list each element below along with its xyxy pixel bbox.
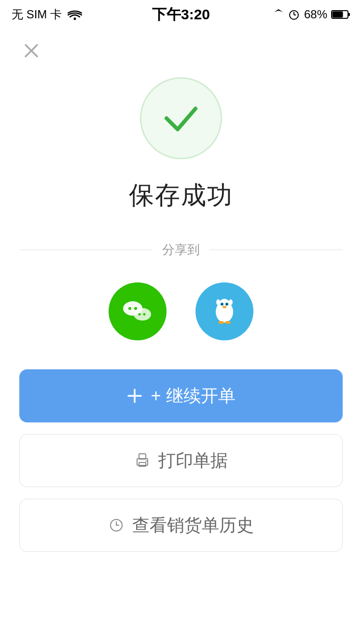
svg-point-22 <box>216 299 220 305</box>
success-icon-circle <box>140 77 222 159</box>
clock-icon <box>108 517 125 533</box>
qq-share-button[interactable] <box>195 282 253 340</box>
wifi-icon <box>67 8 83 21</box>
svg-point-10 <box>134 308 151 321</box>
svg-point-16 <box>219 299 230 311</box>
svg-point-21 <box>223 306 226 308</box>
action-buttons: + 继续开单 打印单据 查看销货单历史 <box>19 369 343 552</box>
checkmark-icon <box>159 97 203 140</box>
status-bar: 无 SIM 卡 下午3:20 68% <box>0 0 362 29</box>
svg-point-31 <box>146 461 147 462</box>
printer-icon <box>134 452 151 469</box>
close-button[interactable] <box>19 39 43 63</box>
print-button[interactable]: 打印单据 <box>19 434 343 487</box>
status-left: 无 SIM 卡 <box>12 7 83 22</box>
svg-point-12 <box>134 307 137 310</box>
wechat-share-button[interactable] <box>109 282 167 340</box>
time-display: 下午3:20 <box>152 5 210 25</box>
wechat-icon <box>120 294 155 329</box>
status-right: 68% <box>273 8 350 21</box>
qq-icon <box>208 294 241 328</box>
share-icons-row <box>109 282 253 340</box>
share-divider: 分享到 <box>19 241 343 258</box>
no-sim-text: 无 SIM 卡 <box>12 7 62 22</box>
svg-point-25 <box>225 321 231 324</box>
svg-point-11 <box>128 307 131 310</box>
battery-icon <box>331 9 350 20</box>
svg-rect-6 <box>333 12 343 18</box>
svg-point-0 <box>74 18 76 20</box>
svg-point-24 <box>218 321 224 324</box>
svg-point-23 <box>229 299 233 305</box>
svg-point-19 <box>221 303 223 305</box>
svg-point-13 <box>139 313 141 316</box>
alarm-icon <box>288 8 300 21</box>
history-button[interactable]: 查看销货单历史 <box>19 499 343 552</box>
success-title: 保存成功 <box>129 179 233 212</box>
continue-button[interactable]: + 继续开单 <box>19 369 343 422</box>
svg-point-14 <box>143 313 146 316</box>
svg-point-20 <box>226 303 228 305</box>
main-content: 保存成功 分享到 <box>0 29 362 644</box>
battery-percent: 68% <box>304 8 327 21</box>
svg-rect-5 <box>348 13 350 16</box>
history-label: 查看销货单历史 <box>132 514 254 537</box>
location-icon <box>273 8 284 21</box>
share-label: 分享到 <box>162 241 200 258</box>
plus-icon <box>126 388 143 404</box>
print-label: 打印单据 <box>158 449 228 473</box>
continue-label: + 继续开单 <box>151 384 235 408</box>
